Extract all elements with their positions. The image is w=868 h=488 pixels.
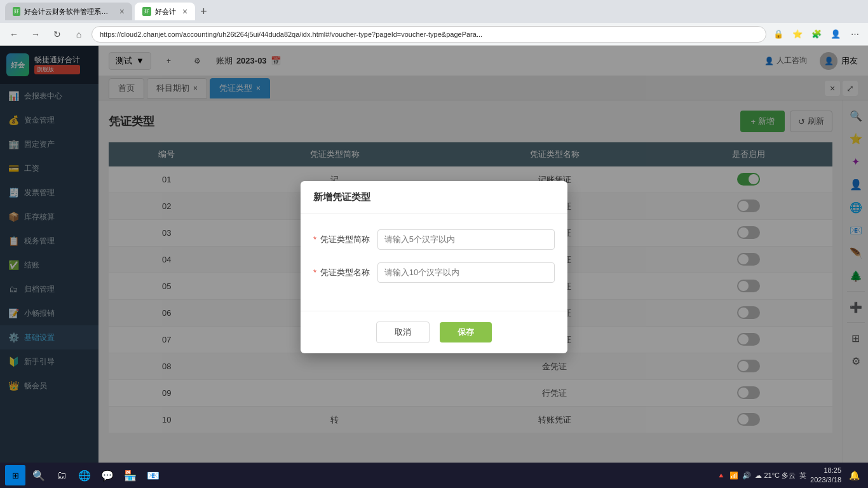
taskbar-email[interactable]: 📧 — [144, 466, 163, 485]
url-input[interactable]: https://cloud2.chanjet.com/accounting/uh… — [92, 26, 766, 43]
tray-expand[interactable]: 🔺 — [717, 471, 726, 480]
abbr-required: * — [313, 234, 316, 244]
bookmark-icon[interactable]: ⭐ — [789, 26, 806, 43]
menu-icon[interactable]: ⋯ — [846, 26, 863, 43]
tab1-favicon: 好 — [13, 7, 20, 16]
cancel-button[interactable]: 取消 — [376, 322, 430, 343]
tab-bar: 好 好会计云财务软件管理系统_会计 × 好 好会计 × + — [0, 0, 868, 23]
modal-body: * 凭证类型简称 * 凭证类型名称 — [301, 214, 567, 311]
browser-tab-1[interactable]: 好 好会计云财务软件管理系统_会计 × — [5, 3, 132, 20]
extensions-icon[interactable]: 🧩 — [808, 26, 825, 43]
taskbar-file-explorer[interactable]: 🗂 — [52, 466, 71, 485]
start-button[interactable]: ⊞ — [5, 465, 25, 485]
save-button[interactable]: 保存 — [440, 322, 492, 342]
taskbar-chrome[interactable]: 🌐 — [75, 466, 94, 485]
tab2-title: 好会计 — [155, 7, 176, 17]
notification-button[interactable]: 🔔 — [845, 466, 863, 484]
form-row-name: * 凭证类型名称 — [313, 262, 555, 283]
tab1-title: 好会计云财务软件管理系统_会计 — [24, 7, 113, 17]
form-row-abbr: * 凭证类型简称 — [313, 229, 555, 250]
abbr-input[interactable] — [377, 229, 555, 250]
name-label-text: 凭证类型名称 — [320, 268, 370, 277]
profile-icon[interactable]: 👤 — [827, 26, 844, 43]
modal-footer: 取消 保存 — [301, 311, 567, 353]
tab2-favicon: 好 — [142, 7, 151, 16]
home-button[interactable]: ⌂ — [70, 25, 88, 43]
name-label: * 凭证类型名称 — [313, 267, 370, 278]
taskbar-wechat[interactable]: 💬 — [98, 466, 117, 485]
weather-info: ☁ 21°C 多云 — [755, 471, 796, 480]
taskbar-clock[interactable]: 18:25 2023/3/18 — [810, 466, 841, 485]
taskbar-search[interactable]: 🔍 — [29, 466, 48, 485]
name-required: * — [313, 268, 316, 277]
new-tab-button[interactable]: + — [198, 5, 210, 18]
modal-title: 新增凭证类型 — [313, 191, 370, 202]
clock-date: 2023/3/18 — [810, 475, 841, 485]
tray-network[interactable]: 📶 — [729, 471, 738, 480]
taskbar-sys-tray: 🔺 📶 🔊 ☁ 21°C 多云 英 — [717, 471, 806, 480]
modal-header: 新增凭证类型 — [301, 181, 567, 214]
modal-overlay: 新增凭证类型 * 凭证类型简称 * — [98, 100, 868, 488]
tab2-close[interactable]: × — [182, 6, 187, 17]
abbr-label: * 凭证类型简称 — [313, 234, 370, 245]
refresh-button[interactable]: ↻ — [48, 25, 66, 43]
tab1-close[interactable]: × — [119, 6, 125, 17]
abbr-label-text: 凭证类型简称 — [320, 234, 370, 244]
forward-button[interactable]: → — [27, 25, 44, 43]
tray-lang[interactable]: 英 — [799, 471, 806, 480]
add-voucher-type-modal: 新增凭证类型 * 凭证类型简称 * — [301, 181, 567, 353]
back-button[interactable]: ← — [5, 25, 23, 43]
taskbar: ⊞ 🔍 🗂 🌐 💬 🏪 📧 🔺 📶 🔊 ☁ 21°C 多云 英 18:25 20… — [0, 463, 868, 488]
browser-chrome: 好 好会计云财务软件管理系统_会计 × 好 好会计 × + ← → ↻ ⌂ ht… — [0, 0, 868, 46]
tray-sound[interactable]: 🔊 — [742, 471, 751, 480]
name-input[interactable] — [377, 262, 555, 283]
app-container: 好会 畅捷通好合计 旗舰版 📊 会报表中心 💰 资金管理 🏢 固定资产 💳 工资 — [0, 46, 868, 488]
clock-time: 18:25 — [810, 466, 841, 475]
security-icon[interactable]: 🔒 — [770, 26, 787, 43]
address-bar: ← → ↻ ⌂ https://cloud2.chanjet.com/accou… — [0, 23, 868, 46]
taskbar-store[interactable]: 🏪 — [121, 466, 140, 485]
address-actions: 🔒 ⭐ 🧩 👤 ⋯ — [770, 26, 863, 43]
browser-tab-2[interactable]: 好 好会计 × — [135, 3, 195, 20]
